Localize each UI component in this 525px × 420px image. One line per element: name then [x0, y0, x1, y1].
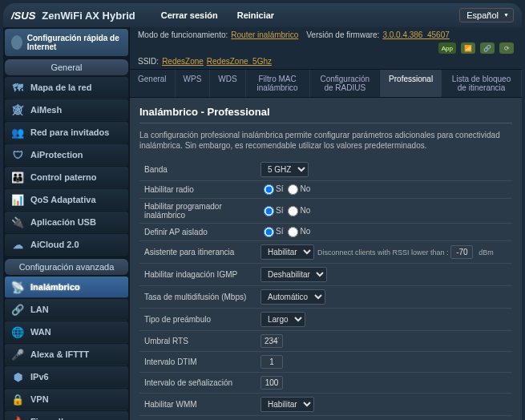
product-name: ZenWiFi AX Hybrid [42, 10, 135, 22]
nav-control-paterno[interactable]: 👪Control paterno [5, 167, 128, 188]
isolated-yes[interactable] [264, 227, 274, 237]
nav-firewall[interactable]: 🔥Firewall [5, 411, 128, 420]
nav-inalámbrico[interactable]: 📡Inalámbrico [5, 277, 128, 298]
nav-wan[interactable]: 🌐WAN [5, 321, 128, 343]
igmp-select[interactable]: Deshabilitar [260, 267, 327, 282]
sched-yes[interactable] [264, 206, 274, 216]
nav-icon: 🌐 [11, 325, 24, 338]
nav-icon: 🗺 [11, 81, 24, 94]
multicast-select[interactable]: Automático [260, 289, 325, 305]
nav-icon: 🔒 [11, 393, 24, 406]
nav-icon: 🕸 [11, 103, 24, 116]
mode-link[interactable]: Router inalámbrico [231, 30, 298, 39]
radio-enable-group: SíNo [256, 181, 512, 199]
ssid-link-1[interactable]: RedesZone [162, 57, 204, 66]
rssi-input[interactable] [450, 245, 473, 259]
status-icon-2[interactable]: 🔗 [480, 42, 495, 54]
page-title: Inalámbrico - Professional [139, 106, 512, 123]
roaming-select[interactable]: Habilitar [260, 244, 314, 260]
ssid-link-2[interactable]: RedesZone_5Ghz [207, 57, 272, 66]
logout-button[interactable]: Cerrar sesión [161, 10, 218, 20]
nav-red-para-invitados[interactable]: 👥Red para invitados [5, 122, 128, 143]
info-bar: Modo de funcionamiento: Router inalámbri… [130, 27, 522, 70]
nav-icon: 📡 [11, 281, 24, 293]
nav-aiprotection[interactable]: 🛡AiProtection [5, 144, 128, 166]
nav-icon: 📊 [11, 193, 24, 206]
sched-no[interactable] [288, 206, 298, 216]
quick-setup-button[interactable]: Configuración rápida de Internet [5, 29, 128, 56]
wmm-select[interactable]: Habilitar [260, 397, 314, 412]
top-bar: /SUS ZenWiFi AX Hybrid Cerrar sesión Rei… [3, 3, 522, 27]
rts-input[interactable] [260, 334, 283, 348]
nav-icon: 🛡 [11, 148, 24, 161]
section-general: General [5, 59, 128, 75]
beacon-input[interactable] [260, 376, 283, 390]
tab-wds[interactable]: WDS [210, 70, 245, 97]
nav-icon: 🎤 [11, 348, 24, 361]
restart-button[interactable]: Reiniciar [237, 10, 274, 20]
nav-icon: 🔌 [11, 216, 24, 228]
preamble-select[interactable]: Largo [260, 312, 305, 327]
nav-lan[interactable]: 🔗LAN [5, 299, 128, 321]
nav-icon: 🔗 [11, 303, 24, 316]
nav-vpn[interactable]: 🔒VPN [5, 389, 128, 410]
status-icon-1[interactable]: 📶 [461, 42, 475, 54]
main-panel: Modo de funcionamiento: Router inalámbri… [130, 27, 522, 420]
tab-lista-de-bloqueo-de-itinerancia[interactable]: Lista de bloqueo de itinerancia [442, 70, 522, 97]
sidebar: Configuración rápida de Internet General… [3, 27, 130, 420]
nav-icon: 🔥 [11, 415, 24, 420]
app-badge[interactable]: App [438, 42, 456, 54]
tab-filtro-mac-inalámbrico[interactable]: Filtro MAC inalámbrico [246, 70, 310, 97]
nav-icon: ☁ [11, 238, 24, 251]
nav-aicloud-2.0[interactable]: ☁AiCloud 2.0 [5, 234, 128, 256]
content-area: Inalámbrico - Professional La configurac… [130, 98, 522, 420]
status-icon-3[interactable]: ⟳ [499, 42, 514, 54]
brand-logo: /SUS [11, 10, 35, 22]
tab-configuración-de-radius[interactable]: Configuración de RADIUS [310, 70, 382, 97]
nav-icon: 👪 [11, 171, 24, 184]
nav-alexa-ifttt[interactable]: 🎤Alexa & IFTTT [5, 344, 128, 365]
tab-wps[interactable]: WPS [176, 70, 211, 97]
section-advanced: Configuración avanzada [5, 259, 128, 275]
language-select[interactable]: Español [459, 8, 514, 22]
radio-no[interactable] [288, 184, 298, 195]
nav-mapa-de-la-red[interactable]: 🗺Mapa de la red [5, 77, 128, 99]
nav-aimesh[interactable]: 🕸AiMesh [5, 99, 128, 121]
tab-general[interactable]: General [130, 70, 176, 97]
settings-table: Banda5 GHZ Habilitar radioSíNo Habilitar… [139, 159, 512, 420]
page-description: La configuración profesional inalámbrica… [139, 130, 512, 151]
isolated-no[interactable] [288, 227, 298, 237]
tab-bar: GeneralWPSWDSFiltro MAC inalámbricoConfi… [130, 70, 522, 98]
nav-icon: 👥 [11, 126, 24, 139]
tab-professional[interactable]: Professional [381, 70, 442, 97]
nav-aplicación-usb[interactable]: 🔌Aplicación USB [5, 212, 128, 233]
dtim-input[interactable] [260, 355, 283, 369]
band-select[interactable]: 5 GHZ [260, 162, 309, 177]
nav-ipv6[interactable]: ⬢IPv6 [5, 366, 128, 388]
nav-icon: ⬢ [11, 370, 24, 383]
nav-qos-adaptativa[interactable]: 📊QoS Adaptativa [5, 189, 128, 211]
radio-yes[interactable] [264, 184, 274, 195]
firmware-link[interactable]: 3.0.0.4.386_45607 [382, 30, 449, 39]
globe-icon [11, 35, 22, 50]
